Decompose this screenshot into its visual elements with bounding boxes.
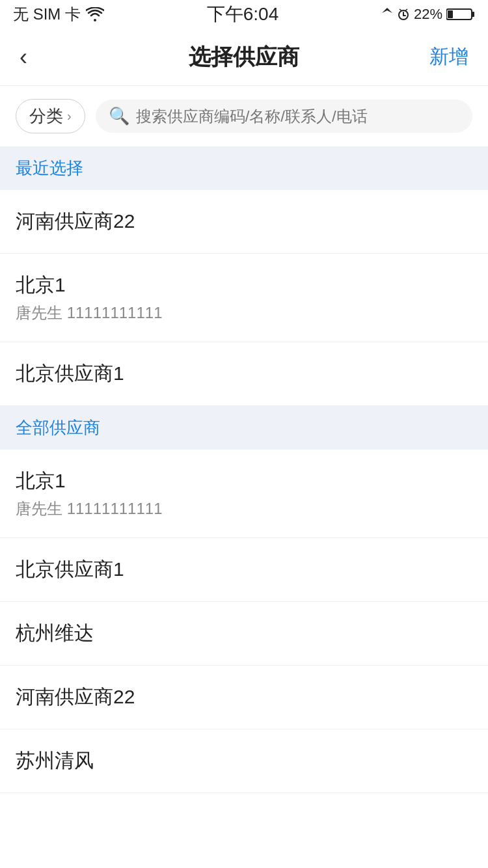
nav-bar: ‹ 选择供应商 新增 <box>0 29 488 86</box>
list-item[interactable]: 河南供应商22 <box>0 666 488 729</box>
list-item[interactable]: 河南供应商22 <box>0 190 488 254</box>
list-item[interactable]: 北京1唐先生 11111111111 <box>0 450 488 538</box>
all-section-header: 全部供应商 <box>0 406 488 450</box>
svg-line-4 <box>405 9 407 11</box>
svg-line-3 <box>400 9 401 11</box>
recent-list: 河南供应商22北京1唐先生 11111111111北京供应商1 <box>0 190 488 406</box>
search-icon: 🔍 <box>109 106 129 126</box>
item-name: 北京供应商1 <box>16 556 472 583</box>
battery-label: 22% <box>414 6 442 23</box>
status-left: 无 SIM 卡 <box>13 4 104 25</box>
item-name: 苏州清风 <box>16 748 472 774</box>
category-label: 分类 <box>29 105 63 128</box>
item-sub: 唐先生 11111111111 <box>16 303 472 323</box>
all-section-label: 全部供应商 <box>16 418 100 437</box>
item-sub: 唐先生 11111111111 <box>16 498 472 519</box>
item-name: 杭州维达 <box>16 620 472 647</box>
search-input[interactable] <box>136 107 459 126</box>
item-name: 北京1 <box>16 468 472 495</box>
location-icon <box>381 7 393 21</box>
chevron-right-icon: › <box>67 109 72 124</box>
alarm-icon <box>397 7 410 21</box>
recent-section-header: 最近选择 <box>0 146 488 190</box>
list-item[interactable]: 苏州清风 <box>0 729 488 793</box>
all-list: 北京1唐先生 11111111111北京供应商1杭州维达河南供应商22苏州清风 <box>0 450 488 793</box>
item-name: 河南供应商22 <box>16 208 472 235</box>
list-item[interactable]: 北京供应商1 <box>0 342 488 406</box>
item-name: 河南供应商22 <box>16 684 472 711</box>
item-name: 北京1 <box>16 272 472 299</box>
recent-section-label: 最近选择 <box>16 158 83 178</box>
status-right: 22% <box>381 6 475 23</box>
svg-rect-6 <box>472 12 474 17</box>
status-time: 下午6:04 <box>207 2 279 27</box>
add-button[interactable]: 新增 <box>429 44 468 70</box>
list-item[interactable]: 北京1唐先生 11111111111 <box>0 254 488 342</box>
search-box: 🔍 <box>96 100 472 133</box>
item-name: 北京供应商1 <box>16 360 472 387</box>
status-bar: 无 SIM 卡 下午6:04 22% <box>0 0 488 29</box>
list-item[interactable]: 北京供应商1 <box>0 538 488 602</box>
list-item[interactable]: 杭州维达 <box>0 602 488 666</box>
no-sim-label: 无 SIM 卡 <box>13 4 81 25</box>
battery-icon <box>446 7 475 21</box>
back-button[interactable]: ‹ <box>20 44 59 71</box>
nav-title: 选择供应商 <box>59 42 429 72</box>
wifi-icon <box>86 7 104 21</box>
svg-rect-7 <box>448 10 453 18</box>
filter-bar: 分类 › 🔍 <box>0 86 488 146</box>
category-filter[interactable]: 分类 › <box>16 99 85 133</box>
